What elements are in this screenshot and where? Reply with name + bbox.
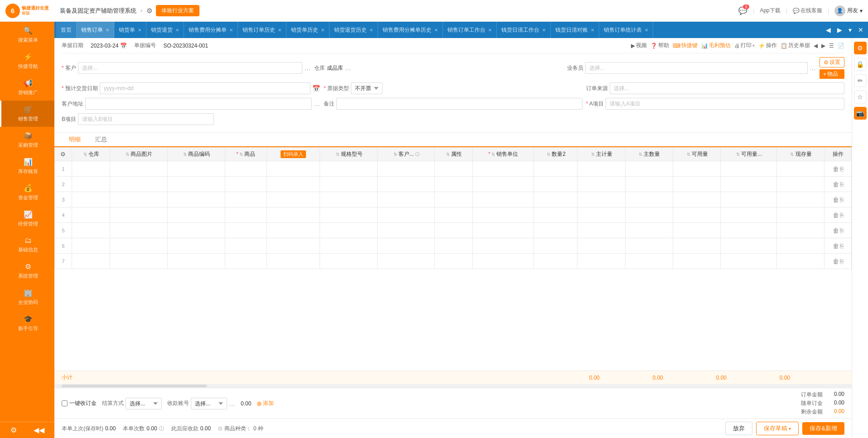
help-btn[interactable]: ❓ 帮助 bbox=[650, 42, 669, 49]
online-support-link[interactable]: 💬 在线客服 bbox=[793, 7, 822, 14]
rp-lock-btn[interactable]: 🔒 bbox=[854, 58, 867, 71]
tab-detail[interactable]: 明细 bbox=[62, 133, 88, 147]
settings-bottom-icon[interactable]: ⚙ bbox=[10, 426, 17, 434]
row-2-delete-icon[interactable]: 🗑 bbox=[833, 181, 839, 188]
sidebar-item-inventory[interactable]: 📊 库存核算 bbox=[0, 153, 54, 179]
row-6-copy-icon[interactable]: ⎘ bbox=[840, 242, 844, 250]
account-select[interactable]: 选择... bbox=[191, 398, 227, 409]
tab-sales-order-close[interactable]: ✕ bbox=[106, 28, 109, 33]
operation-btn[interactable]: ⚡ 操作 bbox=[758, 42, 777, 49]
add-payment-btn[interactable]: ⊕ 添加 bbox=[257, 399, 274, 407]
tab-summary[interactable]: 汇总 bbox=[88, 133, 114, 147]
scroll-indicator[interactable] bbox=[54, 384, 852, 388]
tab-order-history[interactable]: 销售订单历史 ✕ bbox=[238, 22, 286, 38]
sidebar-item-finance[interactable]: 💰 资金管理 bbox=[0, 179, 54, 206]
print-btn[interactable]: 🖨 打印 ▾ bbox=[734, 42, 755, 49]
add-goods-btn[interactable]: + 物品 bbox=[820, 69, 844, 79]
row-1-main-qty[interactable] bbox=[625, 161, 673, 177]
settings-icon[interactable]: ⚙ bbox=[146, 7, 152, 15]
draft-btn[interactable]: 保存草稿 ▾ bbox=[756, 422, 799, 435]
address-input[interactable] bbox=[85, 98, 312, 110]
row-3-copy-icon[interactable]: ⎘ bbox=[840, 196, 844, 203]
tab-statistics-close[interactable]: ✕ bbox=[645, 28, 648, 33]
row-2-unit[interactable] bbox=[472, 177, 534, 192]
collapse-icon[interactable]: ◀◀ bbox=[34, 426, 44, 434]
remark-input[interactable] bbox=[336, 98, 582, 110]
profit-btn[interactable]: 📊 毛利预估 bbox=[701, 42, 731, 49]
app-download-link[interactable]: App下载 bbox=[760, 7, 780, 14]
row-5-delete-icon[interactable]: 🗑 bbox=[833, 227, 839, 234]
user-menu[interactable]: 👤 用友 ▾ bbox=[834, 5, 863, 16]
staff-input[interactable] bbox=[585, 62, 808, 74]
quick-settle-checkbox[interactable]: 一键收订金 bbox=[62, 399, 97, 407]
quick-settle-check[interactable] bbox=[62, 400, 68, 406]
sidebar-item-enterprise[interactable]: 🏢 企业协同 bbox=[0, 284, 54, 310]
tab-return-history[interactable]: 销货退货历史 ✕ bbox=[330, 22, 378, 38]
view-btn[interactable]: ▶ 视频 bbox=[631, 42, 647, 49]
tab-expense-history-close[interactable]: ✕ bbox=[434, 28, 438, 33]
sidebar-item-sales[interactable]: 🛒 销售管理 bbox=[0, 101, 54, 127]
row-2-copy-icon[interactable]: ⎘ bbox=[840, 181, 844, 188]
sidebar-item-marketing[interactable]: 📢 营销推广 bbox=[0, 74, 54, 101]
row-5-copy-icon[interactable]: ⎘ bbox=[840, 227, 844, 234]
sidebar-item-basic[interactable]: 🗂 基础信息 bbox=[0, 232, 54, 258]
row-1-delete-icon[interactable]: 🗑 bbox=[833, 165, 839, 173]
delivery-date-input[interactable] bbox=[100, 82, 310, 94]
tab-invoice[interactable]: 销货单 ✕ bbox=[114, 22, 146, 38]
tab-return-history-close[interactable]: ✕ bbox=[369, 28, 373, 33]
a-project-input[interactable] bbox=[606, 98, 844, 110]
customer-input[interactable] bbox=[78, 62, 302, 74]
row-1-warehouse[interactable] bbox=[72, 161, 110, 177]
scroll-thumb[interactable] bbox=[62, 385, 207, 387]
row-2-warehouse[interactable] bbox=[72, 177, 110, 192]
order-source-input[interactable] bbox=[610, 82, 844, 94]
nav-next[interactable]: ▶ bbox=[821, 43, 825, 49]
tab-invoice-history[interactable]: 销货单历史 ✕ bbox=[286, 22, 330, 38]
nav-prev[interactable]: ◀ bbox=[814, 43, 818, 49]
sidebar-item-purchase[interactable]: 📦 采购管理 bbox=[0, 127, 54, 153]
discard-btn[interactable]: 放弃 bbox=[725, 422, 752, 435]
tab-sales-order[interactable]: 销售订单 ✕ bbox=[77, 22, 114, 38]
row-1-qty2[interactable] bbox=[534, 161, 577, 177]
tab-order-history-close[interactable]: ✕ bbox=[278, 28, 281, 33]
sidebar-item-management[interactable]: 📈 经营管理 bbox=[0, 206, 54, 232]
row-7-copy-icon[interactable]: ⎘ bbox=[840, 258, 844, 265]
setting-btn[interactable]: ⚙ 设置 bbox=[820, 57, 844, 67]
customer-dots[interactable]: … bbox=[304, 64, 310, 72]
rp-star-btn[interactable]: ☆ bbox=[854, 91, 867, 103]
calendar-icon[interactable]: 📅 bbox=[120, 43, 127, 49]
row-1-goods[interactable] bbox=[225, 161, 267, 177]
history-btn[interactable]: 📋 历史单据 bbox=[781, 42, 810, 49]
tab-daily-workbench-close[interactable]: ✕ bbox=[542, 28, 546, 33]
new-form-icon[interactable]: 📄 bbox=[838, 43, 844, 49]
row-4-copy-icon[interactable]: ⎘ bbox=[840, 212, 844, 219]
account-dots[interactable]: … bbox=[229, 400, 235, 407]
col-gear[interactable]: ⚙ bbox=[55, 148, 72, 161]
row-1-spec[interactable] bbox=[320, 161, 378, 177]
print-dropdown[interactable]: ▾ bbox=[752, 43, 755, 48]
tab-daily-workbench[interactable]: 钱货日清工作台 ✕ bbox=[497, 22, 551, 38]
sidebar-item-search[interactable]: 🔍 搜索菜单 bbox=[0, 22, 54, 48]
tab-menu-arrow[interactable]: ▾ bbox=[846, 24, 854, 35]
gear-icon[interactable]: ⚙ bbox=[60, 151, 66, 158]
row-1-copy-icon[interactable]: ⎘ bbox=[840, 165, 844, 173]
row-1-attr[interactable] bbox=[435, 161, 473, 177]
b-project-input[interactable] bbox=[78, 113, 214, 125]
sidebar-item-quick[interactable]: ⚡ 快捷导航 bbox=[0, 48, 54, 74]
industry-btn[interactable]: 体验行业方案 bbox=[156, 5, 199, 16]
tab-daily-reconcile[interactable]: 钱货日清对账 ✕ bbox=[551, 22, 599, 38]
rp-scan-btn[interactable]: 📷 bbox=[854, 107, 867, 120]
row-6-delete-icon[interactable]: 🗑 bbox=[833, 242, 839, 250]
tab-workbench-close[interactable]: ✕ bbox=[488, 28, 492, 33]
row-4-delete-icon[interactable]: 🗑 bbox=[833, 212, 839, 219]
tab-next-arrow[interactable]: ▶ bbox=[834, 24, 845, 35]
rp-settings-btn[interactable]: ⚙ bbox=[854, 42, 867, 54]
tab-statistics[interactable]: 销售订单统计表 ✕ bbox=[599, 22, 653, 38]
tab-invoice-close[interactable]: ✕ bbox=[138, 28, 141, 33]
message-icon[interactable]: 💬 9 bbox=[738, 6, 747, 15]
row-1-unit[interactable] bbox=[472, 161, 534, 177]
warehouse-dots[interactable]: … bbox=[345, 64, 351, 72]
list-view-icon[interactable]: ☰ bbox=[829, 43, 834, 49]
tab-return-close[interactable]: ✕ bbox=[175, 28, 179, 33]
delivery-calendar-icon[interactable]: 📅 bbox=[312, 85, 320, 92]
